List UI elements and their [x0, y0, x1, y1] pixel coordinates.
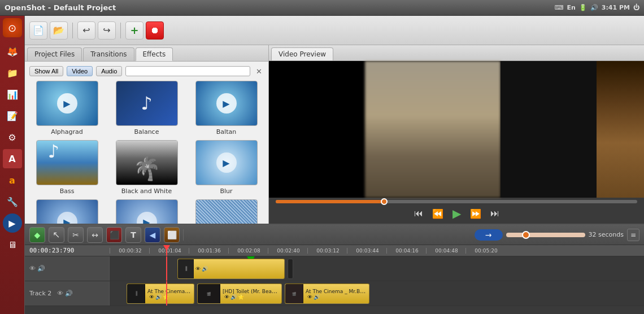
- clip-2c-audio: 🔊: [314, 294, 320, 300]
- effect-thumb-blur: ▶: [195, 140, 258, 185]
- clear-search-button[interactable]: ✕: [254, 66, 264, 76]
- zoom-arrow-button[interactable]: →: [475, 229, 503, 241]
- ubuntu-logo[interactable]: ⊙: [3, 18, 22, 37]
- track-tool-button[interactable]: ⬜: [164, 227, 180, 243]
- dock-icon-system[interactable]: 🖥: [3, 235, 22, 254]
- filter-all-button[interactable]: Show All: [29, 66, 63, 76]
- preview-screen: [269, 61, 644, 198]
- tab-effects[interactable]: Effects: [136, 47, 173, 61]
- effect-balance[interactable]: ♪ Balance: [109, 81, 184, 136]
- effect-label-blur: Blur: [220, 187, 232, 195]
- effect-label-bw: Black and White: [121, 187, 172, 195]
- rewind-button[interactable]: ⏪: [430, 207, 446, 220]
- clip-2c-info: At The Cinema _ Mr.Bean ... 👁 🔊: [303, 288, 369, 300]
- progress-handle[interactable]: [381, 198, 388, 205]
- video-segment-brownish: [597, 61, 644, 198]
- video-segment-black-right: [501, 61, 597, 198]
- video-segment-black-left: [269, 61, 365, 198]
- select-tool-button[interactable]: ↖: [49, 227, 64, 243]
- left-dock: ⊙ 🦊 📁 📊 📝 ⚙ A a 🔧 ▶ 🖥: [0, 16, 25, 314]
- clip-2a-thumb-icon: ▐: [134, 291, 137, 296]
- play-button[interactable]: ▶: [450, 206, 463, 221]
- effect-label-alphagrad: Alphagrad: [51, 128, 83, 136]
- dock-icon-writer[interactable]: 📝: [3, 106, 22, 125]
- undo-button[interactable]: ↩: [77, 21, 95, 40]
- open-button[interactable]: 📂: [50, 21, 68, 40]
- clip-2c[interactable]: 🎬 At The Cinema _ Mr.Bean ... 👁 🔊: [285, 284, 369, 304]
- keyboard-icon: ⌨: [555, 4, 564, 11]
- ruler-mark-9: 00:05:20: [465, 248, 505, 254]
- dock-icon-software[interactable]: A: [3, 149, 22, 168]
- track-2-eye-icon[interactable]: 👁: [57, 290, 63, 297]
- tab-project-files[interactable]: Project Files: [27, 47, 82, 61]
- effect-baltan[interactable]: ▶ Baltan: [189, 81, 264, 136]
- jump-start-button[interactable]: ⏮: [412, 207, 425, 220]
- effect-partial3[interactable]: ...: [189, 199, 264, 224]
- tab-video-preview[interactable]: Video Preview: [271, 47, 333, 60]
- import-button[interactable]: +: [125, 21, 143, 40]
- clip-2a[interactable]: ▐ At The Cinema _ M... 👁 🔊 ⭐: [127, 284, 194, 304]
- clip-1-black[interactable]: [288, 259, 293, 279]
- ruler-mark-7: 00:04:16: [386, 248, 426, 254]
- marker-tool-button[interactable]: ◀: [145, 227, 160, 243]
- panels-row: Project Files Transitions Effects Show A…: [25, 45, 644, 224]
- track-2-content: ▐ At The Cinema _ M... 👁 🔊 ⭐: [110, 281, 644, 306]
- jump-end-button[interactable]: ⏭: [488, 207, 502, 220]
- dock-icon-settings[interactable]: ⚙: [3, 128, 22, 147]
- clip-2c-thumb: 🎬: [285, 284, 303, 303]
- playhead-line[interactable]: [166, 245, 167, 256]
- cut-tool-button[interactable]: ✂: [68, 227, 84, 243]
- ruler-mark-3: 00:02:08: [228, 248, 268, 254]
- dock-icon-firefox[interactable]: 🦊: [3, 42, 22, 61]
- title-tool-button[interactable]: T: [125, 227, 141, 243]
- snap-tool-button[interactable]: ⬛: [106, 227, 122, 243]
- filter-video-button[interactable]: Video: [67, 66, 93, 76]
- effect-alphagrad[interactable]: ▶ Alphagrad: [29, 81, 105, 136]
- tab-transitions[interactable]: Transitions: [83, 47, 134, 61]
- filter-audio-button[interactable]: Audio: [96, 66, 122, 76]
- clip-2b-star: ⭐: [238, 294, 244, 300]
- effect-thumb-baltan: ▶: [195, 81, 258, 126]
- redo-button[interactable]: ↪: [98, 21, 116, 40]
- fast-forward-button[interactable]: ⏩: [468, 207, 484, 220]
- clip-1-yellow[interactable]: ▐ 👁 🔊: [177, 259, 285, 279]
- effect-bw[interactable]: Black and White: [109, 140, 184, 195]
- zoom-label: 32 seconds: [589, 231, 624, 238]
- effect-thumb-partial3: [195, 199, 258, 224]
- track-2-playhead: [166, 281, 167, 306]
- ruler-mark-8: 00:04:48: [426, 248, 465, 254]
- zoom-handle[interactable]: [522, 231, 530, 239]
- export-button[interactable]: ⏺: [146, 21, 164, 40]
- effect-label-balance: Balance: [134, 128, 159, 136]
- dock-icon-amazon[interactable]: a: [3, 171, 22, 190]
- track-1-audio-icon[interactable]: 🔊: [37, 265, 45, 272]
- clip-2b[interactable]: 🎬 [HD] Toilet (Mr. Bean).mp4 👁 🔊 ⭐: [197, 284, 282, 304]
- effect-partial2[interactable]: ▶ ...: [109, 199, 184, 224]
- ruler-mark-2: 00:01:36: [189, 248, 228, 254]
- video-preview-panel: Video Preview ⏮: [269, 45, 644, 224]
- clip-1-thumb-icon: ▐: [184, 267, 187, 271]
- zoom-track[interactable]: [506, 233, 585, 237]
- effect-blur[interactable]: ▶ Blur: [189, 140, 264, 195]
- search-input[interactable]: [125, 66, 250, 76]
- power-icon: ⏻: [633, 4, 639, 11]
- track-1-header: 👁 🔊: [25, 256, 110, 281]
- swap-tool-button[interactable]: ↔: [87, 227, 103, 243]
- tab-bar: Project Files Transitions Effects: [25, 45, 268, 62]
- track-1-eye-icon[interactable]: 👁: [29, 265, 36, 272]
- dock-icon-tools[interactable]: 🔧: [3, 192, 22, 211]
- new-button[interactable]: 📄: [29, 21, 47, 40]
- timeline-settings-button[interactable]: ≡: [627, 229, 639, 241]
- dock-icon-files[interactable]: 📁: [3, 63, 22, 82]
- effect-partial1[interactable]: ▶ ...: [29, 199, 105, 224]
- titlebar: OpenShot - Default Project ⌨ En 🔋 🔊 3:41…: [0, 0, 644, 16]
- track-row-1: 👁 🔊 ▐: [25, 256, 644, 281]
- dock-icon-calc[interactable]: 📊: [3, 85, 22, 104]
- track-2-audio-icon[interactable]: 🔊: [65, 290, 73, 297]
- effect-bass[interactable]: ♪ Bass: [29, 140, 105, 195]
- dock-icon-openshot[interactable]: ▶: [3, 213, 22, 233]
- timeline-section: ◆ ↖ ✂ ↔ ⬛ T ◀ ⬜ → 32 seconds ≡: [25, 224, 644, 314]
- clip-2b-label: [HD] Toilet (Mr. Bean).mp4: [223, 288, 281, 294]
- progress-track[interactable]: [276, 200, 637, 203]
- add-track-button[interactable]: ◆: [29, 227, 45, 243]
